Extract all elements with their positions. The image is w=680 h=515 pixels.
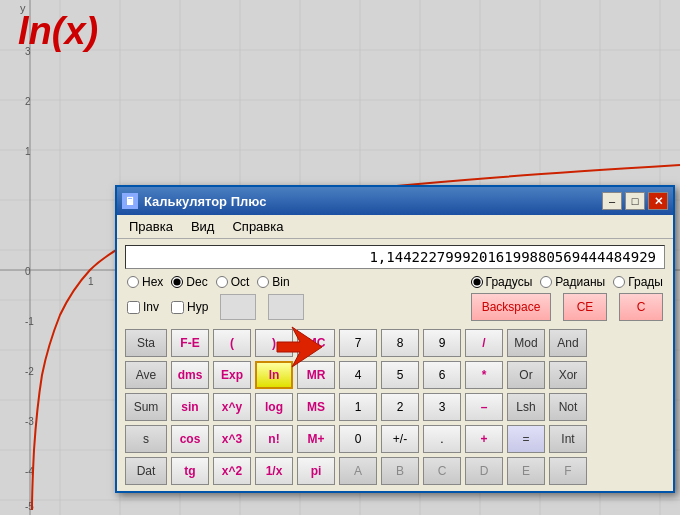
graph-label: ln(x) <box>18 10 98 53</box>
dot-button[interactable]: . <box>423 425 461 453</box>
svg-text:-2: -2 <box>25 366 34 377</box>
sin-button[interactable]: sin <box>171 393 209 421</box>
9-button[interactable]: 9 <box>423 329 461 357</box>
radio-row-numbase: Hex Dec Oct Bin Градусы Радианы Грады <box>117 273 673 291</box>
1-button[interactable]: 1 <box>339 393 377 421</box>
b-button[interactable]: B <box>381 457 419 485</box>
2-button[interactable]: 2 <box>381 393 419 421</box>
div-button[interactable]: / <box>465 329 503 357</box>
ms-button[interactable]: MS <box>297 393 335 421</box>
7-button[interactable]: 7 <box>339 329 377 357</box>
5-button[interactable]: 5 <box>381 361 419 389</box>
and-button[interactable]: And <box>549 329 587 357</box>
8-button[interactable]: 8 <box>381 329 419 357</box>
mr-button[interactable]: MR <box>297 361 335 389</box>
4-button[interactable]: 4 <box>339 361 377 389</box>
menu-spravka[interactable]: Справка <box>228 217 287 236</box>
not-button[interactable]: Not <box>549 393 587 421</box>
mul-button[interactable]: * <box>465 361 503 389</box>
pi-button[interactable]: pi <box>297 457 335 485</box>
calculator-display: 1,14422279992016199880569444484929 <box>125 245 665 269</box>
f-button[interactable]: F <box>549 457 587 485</box>
title-bar: 🖩 Калькулятор Плюс – □ ✕ <box>117 187 673 215</box>
check-hyp[interactable]: Hyp <box>171 300 208 314</box>
fe-button[interactable]: F-E <box>171 329 209 357</box>
mc-button[interactable]: MC <box>297 329 335 357</box>
title-bar-buttons: – □ ✕ <box>602 192 668 210</box>
rparen-button[interactable]: ) <box>255 329 293 357</box>
d-button[interactable]: D <box>465 457 503 485</box>
mplus-button[interactable]: M+ <box>297 425 335 453</box>
cos-button[interactable]: cos <box>171 425 209 453</box>
nfact-button[interactable]: n! <box>255 425 293 453</box>
c-button[interactable]: C <box>619 293 663 321</box>
plusminus-button[interactable]: +/- <box>381 425 419 453</box>
radio-grads[interactable]: Грады <box>613 275 663 289</box>
radio-bin[interactable]: Bin <box>257 275 289 289</box>
radio-oct[interactable]: Oct <box>216 275 250 289</box>
calculator-window: 🖩 Калькулятор Плюс – □ ✕ Правка Вид Спра… <box>115 185 675 493</box>
svg-text:-3: -3 <box>25 416 34 427</box>
spacer-box-2 <box>268 294 304 320</box>
xy-button[interactable]: x^y <box>213 393 251 421</box>
svg-text:2: 2 <box>25 96 31 107</box>
window-title: Калькулятор Плюс <box>144 194 266 209</box>
sta-button[interactable]: Sta <box>125 329 167 357</box>
check-inv[interactable]: Inv <box>127 300 159 314</box>
menu-bar: Правка Вид Справка <box>117 215 673 239</box>
spacer-box-1 <box>220 294 256 320</box>
x2-button[interactable]: x^2 <box>213 457 251 485</box>
svg-text:0: 0 <box>25 266 31 277</box>
dms-button[interactable]: dms <box>171 361 209 389</box>
tg-button[interactable]: tg <box>171 457 209 485</box>
ce-button[interactable]: CE <box>563 293 607 321</box>
minimize-button[interactable]: – <box>602 192 622 210</box>
check-row: Inv Hyp <box>127 300 208 314</box>
calc-icon: 🖩 <box>122 193 138 209</box>
radio-radians[interactable]: Радианы <box>540 275 605 289</box>
lparen-button[interactable]: ( <box>213 329 251 357</box>
lsh-button[interactable]: Lsh <box>507 393 545 421</box>
radio-dec[interactable]: Dec <box>171 275 207 289</box>
backspace-button[interactable]: Backspace <box>471 293 551 321</box>
menu-pravka[interactable]: Правка <box>125 217 177 236</box>
e-button[interactable]: E <box>507 457 545 485</box>
close-button[interactable]: ✕ <box>648 192 668 210</box>
radio-degrees[interactable]: Градусы <box>471 275 533 289</box>
sub-button[interactable]: – <box>465 393 503 421</box>
x3-button[interactable]: x^3 <box>213 425 251 453</box>
a-button[interactable]: A <box>339 457 377 485</box>
or-button[interactable]: Or <box>507 361 545 389</box>
ln-button[interactable]: ln <box>255 361 293 389</box>
title-bar-left: 🖩 Калькулятор Плюс <box>122 193 266 209</box>
radio-hex[interactable]: Hex <box>127 275 163 289</box>
mod-button[interactable]: Mod <box>507 329 545 357</box>
add-button[interactable]: + <box>465 425 503 453</box>
6-button[interactable]: 6 <box>423 361 461 389</box>
log-button[interactable]: log <box>255 393 293 421</box>
c-hex-button[interactable]: C <box>423 457 461 485</box>
recip-button[interactable]: 1/x <box>255 457 293 485</box>
svg-text:1: 1 <box>25 146 31 157</box>
exp-button[interactable]: Exp <box>213 361 251 389</box>
int-button[interactable]: Int <box>549 425 587 453</box>
menu-vid[interactable]: Вид <box>187 217 219 236</box>
0-button[interactable]: 0 <box>339 425 377 453</box>
xor-button[interactable]: Xor <box>549 361 587 389</box>
eq-button[interactable]: = <box>507 425 545 453</box>
button-area: Sta F-E ( ) MC 7 8 9 / Mod And Ave dms E… <box>117 325 673 491</box>
s-button[interactable]: s <box>125 425 167 453</box>
3-button[interactable]: 3 <box>423 393 461 421</box>
maximize-button[interactable]: □ <box>625 192 645 210</box>
svg-text:-1: -1 <box>25 316 34 327</box>
sum-button[interactable]: Sum <box>125 393 167 421</box>
dat-button[interactable]: Dat <box>125 457 167 485</box>
svg-text:1: 1 <box>88 276 94 287</box>
ave-button[interactable]: Ave <box>125 361 167 389</box>
